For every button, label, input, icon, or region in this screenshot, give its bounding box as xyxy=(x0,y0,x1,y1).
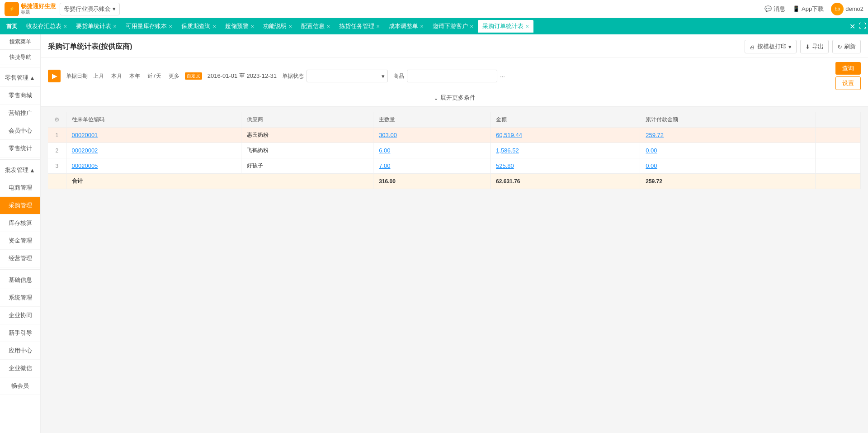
tab-chaochu[interactable]: 超储预警 ✕ xyxy=(221,20,259,33)
sidebar-divider-3 xyxy=(0,269,40,270)
tab-baozhi[interactable]: 保质期查询 ✕ xyxy=(177,20,221,33)
tab-yaoqing[interactable]: 邀请下游客户 ✕ xyxy=(428,20,478,33)
tab-close-icon[interactable]: ✕ xyxy=(63,24,67,29)
tab-close-icon[interactable]: ✕ xyxy=(113,24,117,29)
sidebar-item-operations[interactable]: 经营管理 xyxy=(0,250,40,267)
sidebar-item-enterprise-collab[interactable]: 企业协同 xyxy=(0,307,40,324)
tab-peizhi[interactable]: 配置信息 ✕ xyxy=(297,20,335,33)
sidebar-item-search[interactable]: 搜索菜单 xyxy=(0,34,40,50)
quantity-link[interactable]: 7.00 xyxy=(379,162,390,169)
close-window-button[interactable]: ✕ xyxy=(849,22,855,31)
table-row[interactable]: 2 00020002 飞鹤奶粉 6.00 1,586.52 0.00 xyxy=(48,143,861,158)
maximize-window-button[interactable]: ⛶ xyxy=(859,22,866,30)
tab-label: 成本调整单 xyxy=(389,22,418,30)
row-supplier: 好孩子 xyxy=(241,158,373,174)
date-shortcut-this-month[interactable]: 本月 xyxy=(108,71,125,81)
nav-home-tab[interactable]: 首页 xyxy=(2,23,22,30)
sidebar-item-basic-info[interactable]: 基础信息 xyxy=(0,271,40,289)
sidebar-item-member-center[interactable]: 会员中心 xyxy=(0,122,40,140)
export-button[interactable]: ⬇ 导出 xyxy=(800,40,829,53)
tab-label: 要货单统计表 xyxy=(76,22,111,30)
sidebar-item-quicknav[interactable]: 快捷导航 xyxy=(0,50,40,65)
message-button[interactable]: 💬 消息 xyxy=(764,5,785,13)
tab-close-icon[interactable]: ✕ xyxy=(288,24,292,29)
sidebar-item-finance[interactable]: 资金管理 xyxy=(0,232,40,250)
quantity-link[interactable]: 6.00 xyxy=(379,147,390,154)
code-link[interactable]: 00020002 xyxy=(72,147,98,154)
refresh-label: 刷新 xyxy=(844,43,856,51)
sidebar-item-label: 企业协同 xyxy=(9,312,32,319)
sidebar-item-label: 应用中心 xyxy=(9,347,32,354)
tab-close-icon[interactable]: ✕ xyxy=(212,24,216,29)
status-filter-label: 单据状态 xyxy=(282,72,304,80)
tab-close-icon[interactable]: ✕ xyxy=(326,24,330,29)
row-paid: 0.00 xyxy=(640,143,816,158)
app-download-button[interactable]: 📱 App下载 xyxy=(793,5,824,13)
query-button[interactable]: 查询 xyxy=(835,62,861,75)
user-profile[interactable]: Ea demo2 xyxy=(831,3,863,15)
sidebar-item-purchase-mgmt[interactable]: 采购管理 xyxy=(0,197,40,214)
sidebar-item-system-mgmt[interactable]: 系统管理 xyxy=(0,289,40,307)
print-button[interactable]: 🖨 按模板打印 ▾ xyxy=(745,40,797,53)
tab-shoufacun[interactable]: 收发存汇总表 ✕ xyxy=(22,20,71,33)
tab-keyongliang[interactable]: 可用量库存账本 ✕ xyxy=(121,20,177,33)
sidebar-item-retail-mgmt[interactable]: 零售管理 ▲ xyxy=(0,69,40,87)
sidebar-item-enterprise-wechat[interactable]: 企业微信 xyxy=(0,360,40,377)
table-row[interactable]: 3 00020005 好孩子 7.00 525.80 0.00 xyxy=(48,158,861,174)
tab-jianhuo[interactable]: 拣货任务管理 ✕ xyxy=(335,20,384,33)
sidebar-item-app-center[interactable]: 应用中心 xyxy=(0,342,40,360)
tab-yaohuo[interactable]: 要货单统计表 ✕ xyxy=(71,20,121,33)
date-range-text: 2016-01-01 至 2023-12-31 xyxy=(208,72,277,80)
sidebar-item-inventory[interactable]: 库存核算 xyxy=(0,214,40,232)
footer-label: 合计 xyxy=(66,174,373,189)
tab-close-icon[interactable]: ✕ xyxy=(525,24,529,29)
date-shortcut-last-month[interactable]: 上月 xyxy=(90,71,107,81)
code-link[interactable]: 00020001 xyxy=(72,132,98,138)
sidebar-item-marketing[interactable]: 营销推广 xyxy=(0,105,40,122)
date-shortcut-more[interactable]: 更多 xyxy=(166,71,182,81)
workspace-selector[interactable]: 母婴行业演示账套 ▾ xyxy=(60,3,120,15)
code-link[interactable]: 00020005 xyxy=(72,162,98,169)
table-col-code: 往来单位编码 xyxy=(66,112,241,128)
table-row[interactable]: 1 00020001 惠氏奶粉 303.00 60,519.44 259.72 xyxy=(48,128,861,143)
sidebar-item-wholesale-mgmt[interactable]: 批发管理 ▲ xyxy=(0,162,40,179)
tab-close-icon[interactable]: ✕ xyxy=(470,24,473,29)
sidebar-item-label: 零售管理 xyxy=(5,74,28,82)
page-header: 采购订单统计表(按供应商) 🖨 按模板打印 ▾ ⬇ 导出 ↻ 刷新 xyxy=(41,34,868,57)
sidebar-item-retail-mall[interactable]: 零售商城 xyxy=(0,87,40,105)
sidebar-item-newbie-guide[interactable]: 新手引导 xyxy=(0,324,40,342)
row-quantity: 6.00 xyxy=(373,143,491,158)
settings-icon[interactable]: ⚙ xyxy=(54,116,60,123)
table-col-supplier: 供应商 xyxy=(241,112,373,128)
tab-gongneng[interactable]: 功能说明 ✕ xyxy=(259,20,297,33)
paid-link[interactable]: 0.00 xyxy=(646,147,657,154)
tab-close-icon[interactable]: ✕ xyxy=(376,24,380,29)
goods-input[interactable] xyxy=(407,70,497,82)
sidebar-item-retail-stats[interactable]: 零售统计 xyxy=(0,140,40,157)
tab-close-icon[interactable]: ✕ xyxy=(420,24,424,29)
settings-button[interactable]: 设置 xyxy=(835,76,861,90)
sidebar-item-member[interactable]: 畅会员 xyxy=(0,377,40,395)
date-shortcut-this-year[interactable]: 本年 xyxy=(127,71,143,81)
amount-link[interactable]: 60,519.44 xyxy=(496,132,522,138)
expand-more-button[interactable]: ⌄ 展开更多条件 xyxy=(48,94,861,102)
tab-chengben[interactable]: 成本调整单 ✕ xyxy=(384,20,428,33)
filter-toggle-button[interactable]: ▶ xyxy=(48,70,61,82)
goods-more-icon[interactable]: ··· xyxy=(500,73,505,80)
quantity-link[interactable]: 303.00 xyxy=(379,132,397,138)
refresh-button[interactable]: ↻ 刷新 xyxy=(832,40,861,53)
sidebar-item-label: 会员中心 xyxy=(9,127,32,134)
tab-caigou-active[interactable]: 采购订单统计表 ✕ xyxy=(478,20,533,33)
paid-link[interactable]: 0.00 xyxy=(646,162,657,169)
status-select[interactable]: ▾ xyxy=(307,70,388,82)
amount-link[interactable]: 1,586.52 xyxy=(496,147,519,154)
filter-row: ▶ 单据日期 上月 本月 本年 近7天 更多 自定义 2016-01-01 至 … xyxy=(48,62,861,90)
sidebar-divider-2 xyxy=(0,159,40,160)
date-shortcut-7days[interactable]: 近7天 xyxy=(145,71,164,81)
tab-close-icon[interactable]: ✕ xyxy=(169,24,172,29)
sidebar-item-label: 电商管理 xyxy=(9,184,32,191)
sidebar-item-ecommerce[interactable]: 电商管理 xyxy=(0,179,40,197)
amount-link[interactable]: 525.80 xyxy=(496,162,514,169)
paid-link[interactable]: 259.72 xyxy=(646,132,664,138)
tab-close-icon[interactable]: ✕ xyxy=(250,24,254,29)
